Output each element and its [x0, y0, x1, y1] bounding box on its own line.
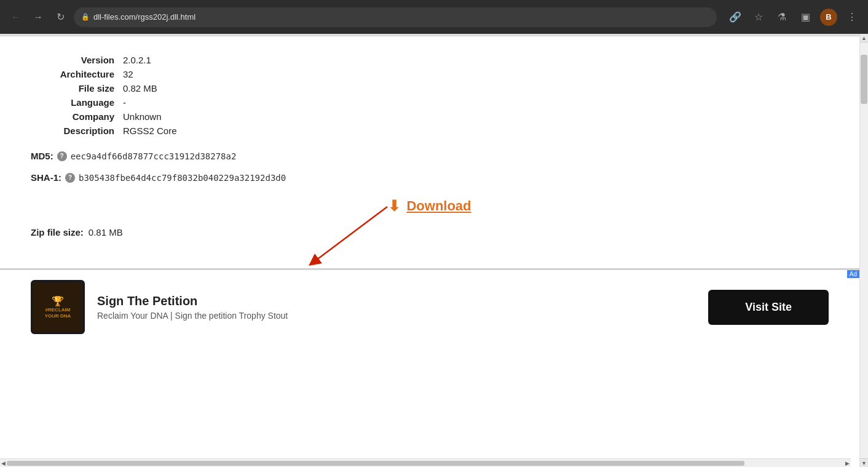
architecture-row: Architecture 32 — [31, 69, 829, 79]
sha1-label: SHA-1: — [31, 172, 61, 183]
md5-help-icon[interactable]: ? — [57, 151, 67, 161]
filesize-value: 0.82 MB — [123, 83, 157, 94]
ad-banner: 🏆 #RECLAIM YOUR DNA Sign The Petition Re… — [0, 269, 859, 344]
zip-label: Zip file size: — [31, 227, 84, 237]
version-label: Version — [31, 55, 123, 65]
version-row: Version 2.0.2.1 — [31, 55, 829, 65]
h-scroll-track[interactable] — [7, 460, 844, 466]
description-label: Description — [31, 126, 123, 136]
architecture-label: Architecture — [31, 69, 123, 79]
zip-value: 0.81 MB — [89, 227, 123, 237]
address-bar[interactable]: 🔒 dll-files.com/rgss202j.dll.html — [74, 7, 717, 27]
page-content: Version 2.0.2.1 Architecture 32 File siz… — [0, 34, 859, 467]
filesize-row: File size 0.82 MB — [31, 83, 829, 94]
back-button[interactable]: ← — [7, 9, 25, 26]
md5-value: eec9a4df66d87877ccc31912d38278a2 — [71, 151, 237, 161]
ad-text: Sign The Petition Reclaim Your DNA | Sig… — [97, 294, 696, 321]
sha1-value: b305438fbe64d4cc79f8032b040229a32192d3d0 — [79, 173, 286, 183]
horizontal-scrollbar[interactable]: ◀ ▶ — [0, 458, 851, 467]
scroll-track[interactable] — [860, 42, 868, 458]
page-wrapper: Version 2.0.2.1 Architecture 32 File siz… — [0, 34, 868, 467]
ad-badge: Ad — [847, 270, 859, 278]
version-value: 2.0.2.1 — [123, 55, 151, 65]
architecture-value: 32 — [123, 69, 133, 79]
split-button[interactable]: ▣ — [797, 9, 814, 26]
download-button[interactable]: ⬇ Download — [388, 198, 471, 215]
company-row: Company Unknown — [31, 111, 829, 122]
company-value: Unknown — [123, 111, 162, 122]
extensions-button[interactable]: ⚗ — [773, 9, 791, 26]
sha1-row: SHA-1: ? b305438fbe64d4cc79f8032b040229a… — [31, 172, 829, 183]
ad-logo: 🏆 #RECLAIM YOUR DNA — [31, 280, 85, 334]
download-icon: ⬇ — [388, 198, 400, 215]
description-row: Description RGSS2 Core — [31, 126, 829, 136]
lock-icon: 🔒 — [81, 13, 90, 21]
ad-subtitle: Reclaim Your DNA | Sign the petition Tro… — [97, 311, 696, 321]
md5-row: MD5: ? eec9a4df66d87877ccc31912d38278a2 — [31, 151, 829, 161]
ad-logo-inner: 🏆 #RECLAIM YOUR DNA — [33, 282, 82, 332]
company-label: Company — [31, 111, 123, 122]
info-table: Version 2.0.2.1 Architecture 32 File siz… — [31, 55, 829, 136]
scroll-right-arrow[interactable]: ▶ — [844, 460, 851, 466]
browser-chrome: ← → ↻ 🔒 dll-files.com/rgss202j.dll.html … — [0, 0, 868, 34]
url-text: dll-files.com/rgss202j.dll.html — [93, 12, 195, 22]
refresh-button[interactable]: ↻ — [52, 9, 69, 26]
menu-button[interactable]: ⋮ — [843, 9, 861, 26]
scroll-left-arrow[interactable]: ◀ — [0, 460, 7, 466]
language-row: Language - — [31, 97, 829, 108]
main-content: Version 2.0.2.1 Architecture 32 File siz… — [0, 36, 859, 268]
ad-title: Sign The Petition — [97, 294, 696, 308]
scroll-up-arrow[interactable]: ▲ — [860, 34, 869, 42]
download-section: ⬇ Download — [31, 198, 829, 215]
h-scroll-thumb[interactable] — [7, 461, 744, 466]
description-value: RGSS2 Core — [123, 126, 177, 136]
share-button[interactable]: 🔗 — [727, 9, 744, 26]
forward-button[interactable]: → — [30, 9, 47, 26]
scroll-down-arrow[interactable]: ▼ — [860, 458, 869, 467]
vertical-scrollbar[interactable]: ▲ ▼ — [859, 34, 868, 467]
sha1-help-icon[interactable]: ? — [65, 173, 75, 183]
bookmark-button[interactable]: ☆ — [750, 9, 767, 26]
language-label: Language — [31, 97, 123, 108]
scroll-thumb[interactable] — [861, 55, 867, 104]
ad-visit-site-button[interactable]: Visit Site — [708, 290, 829, 325]
browser-actions: 🔗 ☆ ⚗ ▣ B ⋮ — [727, 9, 861, 26]
profile-button[interactable]: B — [820, 9, 837, 26]
zip-size-row: Zip file size: 0.81 MB — [31, 227, 829, 237]
download-label: Download — [406, 198, 471, 214]
md5-label: MD5: — [31, 151, 53, 161]
filesize-label: File size — [31, 83, 123, 94]
language-value: - — [123, 97, 126, 108]
